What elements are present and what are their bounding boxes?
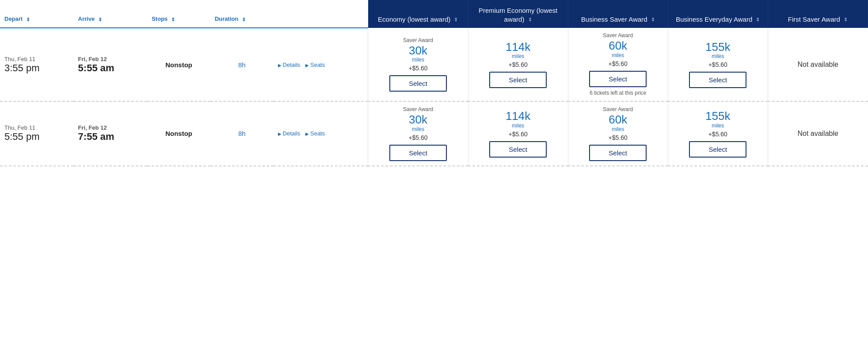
arrive-date: Fri, Feb 12 (78, 56, 143, 62)
award-cell-first-saver-flight-0: Not available (768, 28, 868, 101)
col-duration-label: Duration (215, 15, 238, 22)
award-type: Saver Award (572, 106, 664, 112)
col-header-biz-saver[interactable]: Business Saver Award ⇕ (568, 0, 668, 28)
award-cell-biz-everyday-flight-0: 155kmiles+$5.60Select (668, 28, 768, 101)
sort-arrows-economy: ⇕ (454, 16, 458, 23)
links-cell-flight-0: Details Seats (274, 28, 368, 101)
miles-unit: miles (672, 53, 764, 59)
depart-cell-flight-0: Thu, Feb 11 3:55 pm (0, 28, 74, 101)
stops-cell-flight-1: Nonstop (147, 101, 210, 166)
fee-value: +$5.60 (372, 65, 464, 72)
fee-value: +$5.60 (472, 61, 564, 68)
seats-link-flight-1[interactable]: Seats (305, 130, 325, 137)
fee-value: +$5.60 (672, 61, 764, 68)
award-cell-biz-everyday-flight-1: 155kmiles+$5.60Select (668, 101, 768, 166)
col-premium-label: Premium Economy (lowest award) (479, 7, 557, 23)
depart-cell-flight-1: Thu, Feb 11 5:55 pm (0, 101, 74, 166)
award-cell-premium-flight-0: 114kmiles+$5.60Select (468, 28, 568, 101)
award-cell-biz-saver-flight-1: Saver Award60kmiles+$5.60Select (568, 101, 668, 166)
fee-value: +$5.60 (472, 131, 564, 138)
miles-value: 114k (472, 41, 564, 54)
stops-cell-flight-0: Nonstop (147, 28, 210, 101)
not-available-label: Not available (793, 130, 843, 137)
col-header-duration[interactable]: Duration ⇕ (210, 0, 274, 28)
fee-value: +$5.60 (572, 134, 664, 141)
tickets-left: 6 tickets left at this price (572, 90, 664, 97)
depart-date: Thu, Feb 11 (4, 124, 69, 131)
col-header-biz-everyday[interactable]: Business Everyday Award ⇕ (668, 0, 768, 28)
col-arrive-label: Arrive (78, 15, 95, 22)
depart-time: 5:55 pm (4, 131, 69, 142)
duration-cell-flight-0: 8h (210, 28, 274, 101)
flight-row-1: Thu, Feb 11 5:55 pm Fri, Feb 12 7:55 am … (0, 101, 868, 166)
miles-value: 30k (372, 113, 464, 126)
flights-table-wrapper: Depart ⇕ Arrive ⇕ Stops ⇕ Duration ⇕ Ec (0, 0, 868, 166)
col-header-spacer (274, 0, 368, 28)
miles-unit: miles (472, 53, 564, 59)
miles-value: 60k (572, 39, 664, 52)
sort-arrows-biz-saver: ⇕ (651, 16, 655, 23)
award-type: Saver Award (372, 106, 464, 112)
arrive-date: Fri, Feb 12 (78, 124, 143, 131)
sort-arrows-stops: ⇕ (171, 16, 175, 23)
award-cell-economy-flight-1: Saver Award30kmiles+$5.60Select (368, 101, 468, 166)
table-header-row: Depart ⇕ Arrive ⇕ Stops ⇕ Duration ⇕ Ec (0, 0, 868, 28)
col-header-economy[interactable]: Economy (lowest award) ⇕ (368, 0, 468, 28)
flight-row-0: Thu, Feb 11 3:55 pm Fri, Feb 12 5:55 am … (0, 28, 868, 101)
fee-value: +$5.60 (572, 60, 664, 67)
miles-unit: miles (672, 123, 764, 129)
award-type: Saver Award (372, 37, 464, 43)
award-cell-first-saver-flight-1: Not available (768, 101, 868, 166)
arrive-cell-flight-1: Fri, Feb 12 7:55 am (74, 101, 148, 166)
arrive-time: 5:55 am (78, 62, 143, 74)
miles-value: 114k (472, 110, 564, 123)
col-header-first-saver[interactable]: First Saver Award ⇕ (768, 0, 868, 28)
award-type: Saver Award (572, 32, 664, 39)
seats-link-flight-0[interactable]: Seats (305, 62, 325, 68)
miles-value: 155k (672, 110, 764, 123)
award-cell-premium-flight-1: 114kmiles+$5.60Select (468, 101, 568, 166)
select-button-biz-saver-flight-1[interactable]: Select (589, 145, 647, 161)
flights-table: Depart ⇕ Arrive ⇕ Stops ⇕ Duration ⇕ Ec (0, 0, 868, 166)
depart-date: Thu, Feb 11 (4, 56, 69, 62)
not-available-label: Not available (793, 61, 843, 68)
miles-unit: miles (372, 57, 464, 63)
miles-unit: miles (372, 126, 464, 132)
select-button-economy-flight-0[interactable]: Select (389, 75, 447, 92)
award-cell-economy-flight-0: Saver Award30kmiles+$5.60Select (368, 28, 468, 101)
duration-cell-flight-1: 8h (210, 101, 274, 166)
col-stops-label: Stops (152, 15, 168, 22)
links-cell-flight-1: Details Seats (274, 101, 368, 166)
miles-unit: miles (572, 126, 664, 132)
col-biz-saver-label: Business Saver Award (581, 15, 647, 23)
col-biz-everyday-label: Business Everyday Award (676, 15, 752, 23)
select-button-economy-flight-1[interactable]: Select (389, 145, 447, 161)
sort-arrows-first-saver: ⇕ (844, 16, 848, 23)
depart-time: 3:55 pm (4, 62, 69, 74)
sort-arrows-depart: ⇕ (26, 16, 30, 23)
details-link-flight-1[interactable]: Details (278, 130, 301, 137)
arrive-cell-flight-0: Fri, Feb 12 5:55 am (74, 28, 148, 101)
miles-value: 155k (672, 41, 764, 54)
miles-value: 30k (372, 44, 464, 57)
select-button-biz-everyday-flight-0[interactable]: Select (689, 72, 746, 88)
miles-unit: miles (472, 123, 564, 129)
col-first-saver-label: First Saver Award (788, 15, 840, 23)
fee-value: +$5.60 (372, 134, 464, 141)
col-economy-label: Economy (lowest award) (378, 15, 450, 23)
select-button-biz-saver-flight-0[interactable]: Select (589, 71, 647, 87)
col-header-premium[interactable]: Premium Economy (lowest award) ⇕ (468, 0, 568, 28)
details-link-flight-0[interactable]: Details (278, 62, 301, 68)
select-button-premium-flight-0[interactable]: Select (489, 72, 547, 88)
miles-value: 60k (572, 113, 664, 126)
col-header-arrive[interactable]: Arrive ⇕ (74, 0, 148, 28)
sort-arrows-biz-everyday: ⇕ (756, 16, 760, 23)
sort-arrows-duration: ⇕ (242, 16, 246, 23)
sort-arrows-arrive: ⇕ (98, 16, 102, 23)
miles-unit: miles (572, 52, 664, 58)
col-header-depart[interactable]: Depart ⇕ (0, 0, 74, 28)
select-button-premium-flight-1[interactable]: Select (489, 141, 547, 158)
select-button-biz-everyday-flight-1[interactable]: Select (689, 141, 746, 158)
col-depart-label: Depart (4, 15, 23, 22)
col-header-stops[interactable]: Stops ⇕ (147, 0, 210, 28)
